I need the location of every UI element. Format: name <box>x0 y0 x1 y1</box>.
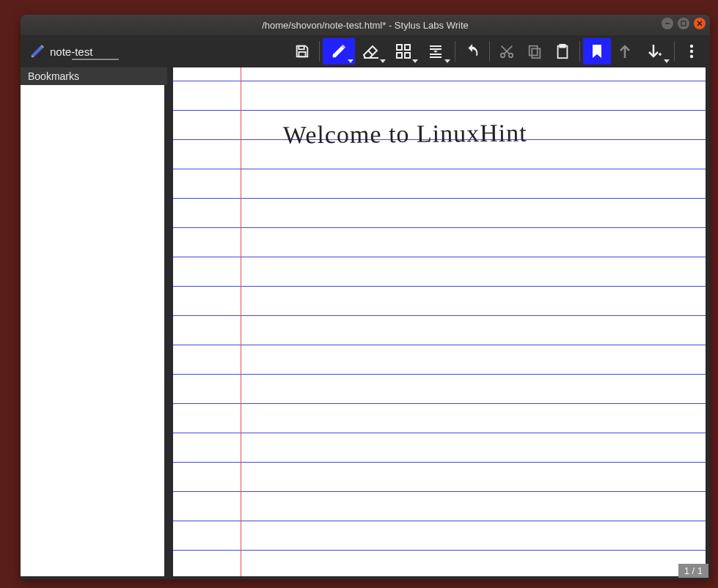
canvas-area: Welcome to LinuxHint 1 / 1 <box>167 67 710 579</box>
body-area: Bookmarks <box>21 67 710 579</box>
svg-rect-16 <box>405 53 410 58</box>
separator <box>489 41 490 62</box>
toolbar-right <box>288 38 706 65</box>
toolbar-left: note-test <box>25 43 92 59</box>
handwritten-text: Welcome to LinuxHint <box>283 120 527 150</box>
bookmark-icon <box>590 43 604 59</box>
svg-rect-7 <box>298 46 304 50</box>
copy-button[interactable] <box>521 38 549 65</box>
app-window: /home/shovon/note-test.html* - Stylus La… <box>21 15 710 579</box>
bookmarks-list[interactable] <box>21 85 164 576</box>
toolbar: note-test <box>21 35 710 67</box>
dropdown-arrow-icon <box>380 59 386 63</box>
note-canvas[interactable]: Welcome to LinuxHint <box>173 67 706 576</box>
svg-marker-21 <box>433 51 438 53</box>
undo-button[interactable] <box>458 38 486 65</box>
cut-icon <box>499 43 515 59</box>
pen-icon <box>331 43 347 59</box>
pen-button[interactable] <box>323 38 355 65</box>
dropdown-arrow-icon <box>348 59 353 63</box>
svg-rect-27 <box>532 48 540 58</box>
window-title: /home/shovon/note-test.html* - Stylus La… <box>262 20 469 31</box>
minimize-button[interactable] <box>662 18 673 29</box>
down-arrow-plus-icon <box>647 43 663 59</box>
window-controls <box>662 18 706 29</box>
svg-rect-29 <box>560 45 565 48</box>
eraser-button[interactable] <box>355 38 387 65</box>
select-button[interactable] <box>387 38 420 65</box>
prev-page-button[interactable] <box>611 38 639 65</box>
svg-rect-8 <box>298 52 305 56</box>
dropdown-arrow-icon <box>412 59 418 63</box>
svg-point-35 <box>690 50 693 53</box>
save-button[interactable] <box>288 38 316 65</box>
svg-rect-1 <box>681 21 686 26</box>
overflow-menu-icon <box>689 44 694 59</box>
paste-icon <box>554 43 571 59</box>
up-arrow-icon <box>618 43 632 59</box>
svg-line-12 <box>368 51 373 55</box>
maximize-button[interactable] <box>678 18 689 29</box>
sidebar: Bookmarks <box>21 67 167 579</box>
close-button[interactable] <box>694 18 706 29</box>
copy-icon <box>527 43 543 59</box>
menu-button[interactable] <box>678 38 706 65</box>
save-icon <box>294 43 310 59</box>
paste-button[interactable] <box>549 38 576 65</box>
select-icon <box>395 43 411 59</box>
svg-rect-14 <box>405 45 410 50</box>
separator <box>579 41 580 62</box>
svg-rect-15 <box>397 53 402 58</box>
undo-icon <box>464 43 480 59</box>
separator <box>319 41 320 62</box>
cut-button[interactable] <box>493 38 521 65</box>
separator <box>674 41 675 62</box>
page-counter: 1 / 1 <box>678 564 708 578</box>
titlebar[interactable]: /home/shovon/note-test.html* - Stylus La… <box>21 15 710 35</box>
svg-point-36 <box>690 55 693 58</box>
dropdown-arrow-icon <box>664 59 670 63</box>
eraser-icon <box>362 43 380 59</box>
svg-marker-9 <box>333 46 345 58</box>
svg-marker-4 <box>32 46 43 57</box>
insert-space-icon <box>428 43 444 59</box>
insert-space-button[interactable] <box>420 38 452 65</box>
app-pencil-icon <box>29 43 45 59</box>
next-page-button[interactable] <box>639 38 671 65</box>
svg-rect-13 <box>397 45 402 50</box>
doc-name-underline <box>72 59 119 60</box>
bookmarks-header[interactable]: Bookmarks <box>21 67 167 85</box>
separator <box>455 41 455 62</box>
document-name[interactable]: note-test <box>50 45 92 58</box>
bookmark-button[interactable] <box>583 38 611 65</box>
svg-point-34 <box>690 45 693 48</box>
dropdown-arrow-icon <box>444 59 450 63</box>
margin-line <box>241 67 241 576</box>
svg-rect-26 <box>530 46 538 56</box>
